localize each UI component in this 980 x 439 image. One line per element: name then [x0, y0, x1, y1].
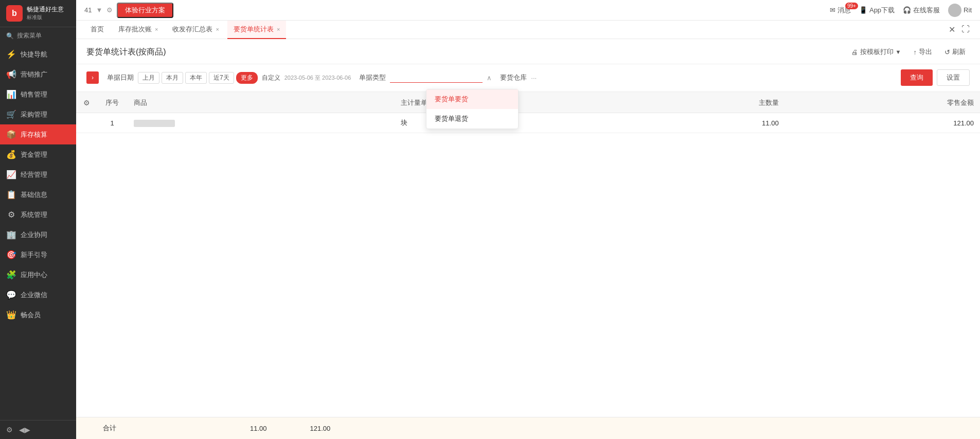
sidebar-item-enterprise[interactable]: 🏢 企业协同	[0, 225, 76, 245]
row-qty: 11.00	[623, 113, 785, 133]
print-dropdown-icon[interactable]: ▼	[896, 49, 901, 55]
message-count: 99+	[845, 3, 858, 9]
sidebar-item-wechat[interactable]: 💬 企业微信	[0, 285, 76, 305]
sidebar-item-marketing[interactable]: 📢 营销推广	[0, 64, 76, 84]
date-custom-btn[interactable]: 自定义	[262, 74, 280, 82]
member-icon: 👑	[6, 310, 16, 320]
col-product: 商品	[128, 93, 395, 113]
date-btn-last-month[interactable]: 上月	[138, 72, 159, 84]
type-dropdown-icon[interactable]: ∧	[487, 74, 492, 82]
tab-receive-summary[interactable]: 收发存汇总表 ×	[166, 21, 225, 39]
date-btn-last-7days[interactable]: 近7天	[209, 72, 234, 84]
operation-icon: 📈	[6, 170, 16, 179]
content-area: 要货单统计表(按商品) 🖨 按模板打印 ▼ ↑ 导出 ↺ 刷新	[76, 39, 980, 439]
search-icon: 🔍	[6, 32, 14, 40]
sidebar-bottom: ⚙ ◀▶	[0, 420, 76, 439]
sidebar-item-member[interactable]: 👑 畅会员	[0, 305, 76, 325]
col-no: 序号	[97, 93, 128, 113]
tabbar: 首页 库存批次账 × 收发存汇总表 × 要货单统计表 × ✕ ⛶	[76, 21, 980, 39]
tabbar-actions: ✕ ⛶	[947, 23, 972, 36]
service-icon: 🎧	[903, 6, 911, 14]
export-button[interactable]: ↑ 导出	[910, 45, 937, 59]
print-button[interactable]: 🖨 按模板打印 ▼	[847, 45, 905, 59]
wechat-icon: 💬	[6, 290, 16, 300]
tab-inventory-batch[interactable]: 库存批次账 ×	[112, 21, 164, 39]
trial-button[interactable]: 体验行业方案	[117, 3, 173, 18]
page-actions: 🖨 按模板打印 ▼ ↑ 导出 ↺ 刷新	[847, 45, 970, 59]
logo-icon: b	[6, 5, 23, 22]
sidebar-item-sales[interactable]: 📊 销售管理	[0, 84, 76, 104]
date-buttons: 上月 本月 本年 近7天 更多	[138, 72, 258, 84]
guide-icon: 🎯	[6, 250, 16, 260]
set-button[interactable]: 设置	[937, 69, 970, 86]
app-download[interactable]: 📱 App下载	[859, 6, 895, 15]
product-name-blurred	[134, 120, 175, 127]
purchase-icon: 🛒	[6, 109, 16, 119]
page-header: 要货单统计表(按商品) 🖨 按模板打印 ▼ ↑ 导出 ↺ 刷新	[76, 39, 980, 64]
tab-close-receive-summary[interactable]: ×	[216, 26, 219, 32]
online-service[interactable]: 🎧 在线客服	[903, 6, 940, 15]
topbar: 41 ▼ ⚙ 体验行业方案 ✉ 消息 99+ 📱 App下载 🎧 在线客服 Ri…	[76, 0, 980, 21]
table-body: 1 块 11.00 121.00	[76, 113, 980, 133]
page-title-row: 要货单统计表(按商品) 🖨 按模板打印 ▼ ↑ 导出 ↺ 刷新	[86, 45, 970, 59]
tab-close-all[interactable]: ✕	[947, 23, 957, 36]
settings-bottom-icon[interactable]: ⚙	[6, 426, 13, 434]
date-btn-this-year[interactable]: 本年	[185, 72, 207, 84]
inventory-icon: 📦	[6, 130, 16, 139]
sidebar: b 畅捷通好生意 标准版 🔍 搜索菜单 ⚡ 快捷导航 📢 营销推广 📊 销售管理…	[0, 0, 76, 439]
sidebar-item-finance[interactable]: 💰 资金管理	[0, 144, 76, 164]
sidebar-item-base[interactable]: 📋 基础信息	[0, 185, 76, 205]
settings-icon[interactable]: ⚙	[106, 6, 113, 14]
table-settings-icon[interactable]: ⚙	[83, 99, 90, 107]
print-icon: 🖨	[851, 48, 858, 56]
filter-area: › 单据日期 上月 本月 本年 近7天 更多 自定义 2023-05-06 至 …	[76, 64, 980, 91]
message-badge[interactable]: ✉ 消息 99+	[830, 6, 851, 15]
sidebar-item-operation[interactable]: 📈 经营管理	[0, 164, 76, 185]
user-name: Rit	[964, 6, 972, 14]
app-icon: 📱	[859, 6, 867, 14]
type-filter-group: 单据类型 ∧	[359, 72, 492, 83]
sidebar-item-system[interactable]: ⚙ 系统管理	[0, 205, 76, 225]
date-range-display: 2023-05-06 至 2023-06-06	[284, 74, 351, 82]
main-area: 41 ▼ ⚙ 体验行业方案 ✉ 消息 99+ 📱 App下载 🎧 在线客服 Ri…	[76, 0, 980, 439]
type-input[interactable]	[390, 72, 483, 83]
sidebar-item-inventory[interactable]: 📦 库存核算	[0, 124, 76, 144]
topbar-number: 41	[84, 6, 92, 14]
filter-actions: 查询 设置	[901, 69, 970, 86]
dropdown-item-order-goods[interactable]: 要货单要货	[426, 89, 518, 109]
tab-order-summary[interactable]: 要货单统计表 ×	[227, 21, 286, 39]
date-label: 单据日期	[107, 73, 134, 82]
row-amount: 121.00	[785, 113, 980, 133]
date-btn-more[interactable]: 更多	[236, 72, 258, 84]
refresh-icon: ↺	[945, 48, 950, 56]
filter-toggle-button[interactable]: ›	[86, 71, 99, 84]
sidebar-item-guide[interactable]: 🎯 新手引导	[0, 245, 76, 265]
date-btn-this-month[interactable]: 本月	[162, 72, 183, 84]
row-no: 1	[97, 113, 128, 133]
sidebar-search[interactable]: 🔍 搜索菜单	[0, 27, 76, 44]
logo-sub: 标准版	[27, 14, 64, 21]
tab-home[interactable]: 首页	[84, 21, 110, 39]
avatar	[948, 4, 961, 17]
marketing-icon: 📢	[6, 69, 16, 79]
query-button[interactable]: 查询	[901, 69, 933, 86]
date-filter-group: 单据日期 上月 本月 本年 近7天 更多 自定义 2023-05-06 至 20…	[107, 72, 351, 84]
sidebar-item-quick-nav[interactable]: ⚡ 快捷导航	[0, 44, 76, 64]
warehouse-more-icon[interactable]: ···	[531, 74, 537, 82]
refresh-button[interactable]: ↺ 刷新	[940, 45, 970, 59]
enterprise-icon: 🏢	[6, 230, 16, 240]
chevron-down-icon[interactable]: ▼	[96, 6, 102, 14]
message-icon: ✉	[830, 6, 835, 14]
tab-close-inventory-batch[interactable]: ×	[155, 26, 158, 32]
collapse-icon[interactable]: ◀▶	[19, 426, 30, 434]
col-amount: 零售金额	[785, 93, 980, 113]
tab-expand[interactable]: ⛶	[959, 23, 972, 36]
table-row: 1 块 11.00 121.00	[76, 113, 980, 133]
base-icon: 📋	[6, 190, 16, 199]
sidebar-item-appstore[interactable]: 🧩 应用中心	[0, 265, 76, 285]
tab-close-order-summary[interactable]: ×	[277, 26, 280, 32]
user-area[interactable]: Rit	[948, 4, 972, 17]
sidebar-item-purchase[interactable]: 🛒 采购管理	[0, 104, 76, 124]
dropdown-item-order-return[interactable]: 要货单退货	[426, 109, 518, 129]
logo-title: 畅捷通好生意	[27, 6, 64, 14]
